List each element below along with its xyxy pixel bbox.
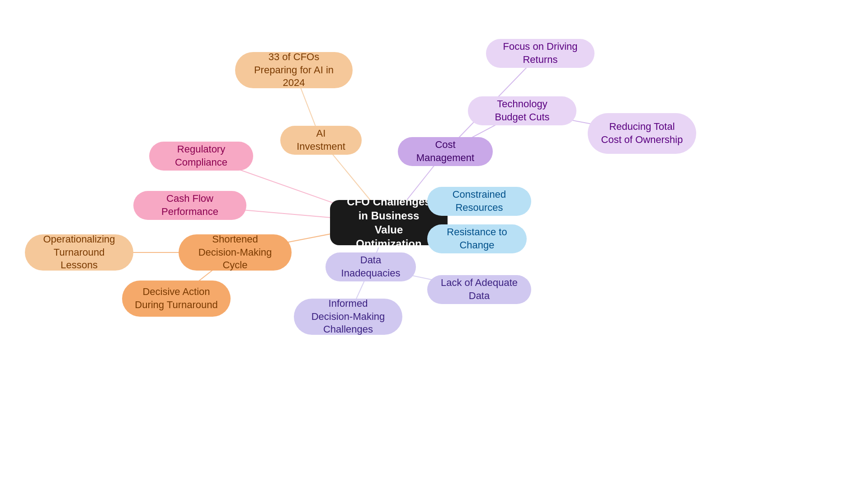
regulatory-compliance-node[interactable]: Regulatory Compliance	[149, 142, 253, 171]
operationalizing-node[interactable]: Operationalizing Turnaround Lessons	[25, 234, 133, 271]
cash-flow-performance-node[interactable]: Cash Flow Performance	[133, 191, 246, 220]
data-inadequacies-node[interactable]: Data Inadequacies	[326, 252, 416, 281]
cost-management-node[interactable]: Cost Management	[398, 137, 493, 166]
cfo-preparing-node[interactable]: 33 of CFOs Preparing for AI in 2024	[235, 52, 353, 88]
constrained-resources-node[interactable]: Constrained Resources	[427, 187, 531, 216]
technology-budget-node[interactable]: Technology Budget Cuts	[468, 96, 576, 125]
shortened-decision-node[interactable]: Shortened Decision-Making Cycle	[179, 234, 292, 271]
ai-investment-node[interactable]: AI Investment	[280, 126, 362, 155]
lack-adequate-data-node[interactable]: Lack of Adequate Data	[427, 275, 531, 304]
focus-driving-returns-node[interactable]: Focus on Driving Returns	[486, 39, 594, 68]
decisive-action-node[interactable]: Decisive Action During Turnaround	[122, 281, 231, 317]
informed-decision-node[interactable]: Informed Decision-Making Challenges	[294, 299, 402, 335]
reducing-total-cost-node[interactable]: Reducing Total Cost of Ownership	[588, 113, 696, 154]
resistance-to-change-node[interactable]: Resistance to Change	[427, 224, 527, 253]
